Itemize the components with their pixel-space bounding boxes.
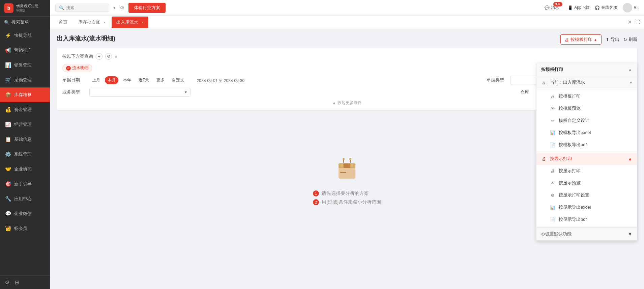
template-preview-icon: 👁 [550, 106, 555, 111]
collapse-icon: ▲ [332, 101, 336, 105]
topbar-search-icon: 🔍 [59, 5, 64, 10]
dropdown-item-display-export-excel[interactable]: 📊 按显示导出excel [536, 201, 637, 213]
topbar-search-box[interactable]: 🔍 [55, 4, 109, 12]
user-profile-btn[interactable]: Rit [623, 3, 639, 12]
dropdown-item-template-print[interactable]: 🖨 按模板打印 [536, 90, 637, 102]
sidebar-item-label: 采购管理 [14, 77, 32, 83]
dropdown-header-chevron[interactable]: ▲ [628, 67, 632, 72]
print-template-btn[interactable]: 🖨 按模板打印 ▲ [560, 34, 602, 45]
date-btn-custom[interactable]: 自定义 [169, 76, 187, 84]
sidebar-toggle-icon[interactable]: ⊞ [15, 279, 19, 286]
sidebar-item-sales[interactable]: 📊 销售管理 [0, 58, 50, 73]
refresh-btn[interactable]: ↻ 刷新 [623, 36, 637, 43]
dropdown-item-display-print[interactable]: 🖨 按显示打印 [536, 165, 637, 177]
template-export-excel-label: 按模板导出excel [559, 130, 591, 136]
dropdown-item-display-export-pdf[interactable]: 📄 按显示导出pdf [536, 213, 637, 226]
tab-home[interactable]: 首页 [54, 17, 72, 28]
display-print-section-icon: 🖨 [541, 156, 547, 161]
app-download-label: App下载 [574, 5, 589, 10]
app-logo: b 畅捷通好生意 标准版 [0, 0, 50, 17]
sidebar-item-purchase[interactable]: 🛒 采购管理 [0, 73, 50, 87]
dropdown-section-display-print[interactable]: 🖨 按显示打印 ▲ [536, 153, 637, 165]
dropdown-item-display-print-settings[interactable]: ⚙ 按显示打印设置 [536, 189, 637, 201]
online-service-icon: 🎧 [595, 5, 600, 10]
sidebar-item-finance[interactable]: 💰 资金管理 [0, 102, 50, 117]
filter-header: 按以下方案查询 + ⚙ « [62, 53, 632, 60]
filter-add-btn[interactable]: + [96, 53, 103, 60]
sidebar-item-quick-nav[interactable]: ⚡ 快捷导航 [0, 28, 50, 43]
sidebar-item-collab[interactable]: 🤝 企业协同 [0, 162, 50, 177]
sidebar-item-label: 系统管理 [14, 151, 32, 157]
display-preview-icon: 👁 [550, 180, 555, 186]
empty-steps: 1 请先选择要分析的方案 2 用[过滤]条件来缩小分析范围 [313, 190, 381, 208]
tab-close-icon[interactable]: ✕ [627, 19, 632, 25]
date-btn-last-month[interactable]: 上月 [89, 76, 103, 84]
display-print-icon: 🖨 [550, 168, 555, 174]
display-print-settings-label: 按显示打印设置 [559, 192, 589, 198]
sidebar-item-app-center[interactable]: 🔧 应用中心 [0, 191, 50, 206]
display-print-section-label: 按显示打印 [550, 156, 572, 162]
date-btn-this-year[interactable]: 本年 [120, 76, 134, 84]
tab-home-label: 首页 [59, 20, 67, 25]
filter-gear-btn[interactable]: ⚙ [105, 53, 112, 60]
topbar-search-input[interactable] [66, 5, 100, 10]
filter-collapse-btn[interactable]: « [115, 54, 117, 59]
template-custom-label: 模板自定义设计 [559, 117, 589, 124]
display-export-excel-icon: 📊 [550, 205, 555, 210]
sidebar-item-system[interactable]: ⚙️ 系统管理 [0, 147, 50, 162]
tab-batch-account-close[interactable]: × [104, 20, 106, 24]
page-actions: 🖨 按模板打印 ▲ ⬆ 导出 ↻ 刷新 [560, 34, 637, 45]
refresh-label: 刷新 [628, 36, 637, 43]
sidebar-item-operations[interactable]: 📈 经营管理 [0, 117, 50, 132]
date-btn-7days[interactable]: 近7天 [136, 76, 152, 84]
settings-bottom-icon[interactable]: ⚙ [5, 279, 9, 286]
guide-icon: 🎯 [5, 181, 11, 187]
sidebar-item-inventory[interactable]: 📦 库存核算 [0, 87, 50, 102]
membership-icon: 👑 [5, 225, 11, 232]
logo-icon: b [4, 3, 13, 13]
sidebar-item-membership[interactable]: 👑 畅会员 [0, 221, 50, 236]
current-template-icon: 🖨 [541, 80, 547, 85]
dropdown-item-template-preview[interactable]: 👁 按模板预览 [536, 102, 637, 114]
export-btn[interactable]: ⬆ 导出 [606, 36, 619, 43]
sidebar-item-wechat[interactable]: 💬 企业微信 [0, 206, 50, 221]
inventory-icon: 📦 [5, 91, 11, 98]
search-icon: 🔍 [4, 20, 9, 25]
biz-type-select[interactable]: ▾ [89, 88, 191, 97]
sidebar-item-label: 企业协同 [14, 166, 32, 172]
sales-icon: 📊 [5, 62, 11, 69]
app-download-btn[interactable]: 📱 App下载 [568, 5, 589, 10]
tab-flow[interactable]: 出入库流水 × [112, 17, 148, 28]
date-btn-this-month[interactable]: 本月 [105, 76, 118, 84]
date-btn-more[interactable]: 更多 [154, 76, 167, 84]
dropdown-item-template-export-excel[interactable]: 📊 按模板导出excel [536, 127, 637, 139]
divider-3 [536, 226, 637, 227]
date-filter-label: 单据日期 [62, 77, 83, 83]
refresh-icon: ↻ [623, 37, 627, 42]
collapse-conditions-btn[interactable]: ▲ 收起更多条件 [332, 100, 362, 106]
svg-point-9 [349, 158, 351, 160]
tab-batch-account[interactable]: 库存批次账 × [74, 17, 110, 28]
sidebar: b 畅捷通好生意 标准版 🔍 搜索菜单 ⚡ 快捷导航 📢 营销推广 📊 销售管理… [0, 0, 50, 289]
biz-type-chevron: ▾ [185, 90, 187, 95]
collab-icon: 🤝 [5, 166, 11, 173]
dropdown-item-template-export-pdf[interactable]: 📄 按模板导出pdf [536, 139, 637, 151]
current-template-label: 当前：出入库流水 [550, 79, 585, 85]
sidebar-item-guide[interactable]: 🎯 新手引导 [0, 177, 50, 191]
message-btn[interactable]: 💬 消息 99+ [545, 5, 559, 10]
active-filter-tag[interactable]: ✓ 流水明细 [62, 64, 92, 72]
tab-flow-close[interactable]: × [142, 20, 144, 24]
dropdown-item-template-custom[interactable]: ✏ 模板自定义设计 [536, 114, 637, 127]
current-template-chevron[interactable]: ▾ [630, 80, 632, 85]
search-menu-item[interactable]: 🔍 搜索菜单 [0, 17, 50, 28]
tab-expand-icon[interactable]: ⛶ [635, 19, 640, 25]
online-service-btn[interactable]: 🎧 在线客服 [595, 5, 617, 10]
sidebar-item-marketing[interactable]: 📢 营销推广 [0, 43, 50, 58]
topbar-search-chevron[interactable]: ▾ [113, 5, 116, 10]
topbar-gear-icon[interactable]: ⚙ [120, 4, 124, 11]
dropdown-footer[interactable]: ⚙ 设置默认功能 ▼ [536, 227, 637, 240]
trial-btn[interactable]: 体验行业方案 [128, 3, 166, 13]
dropdown-item-display-preview[interactable]: 👁 按显示预览 [536, 177, 637, 189]
template-export-pdf-icon: 📄 [550, 142, 555, 148]
sidebar-item-basic-info[interactable]: 📋 基础信息 [0, 132, 50, 147]
